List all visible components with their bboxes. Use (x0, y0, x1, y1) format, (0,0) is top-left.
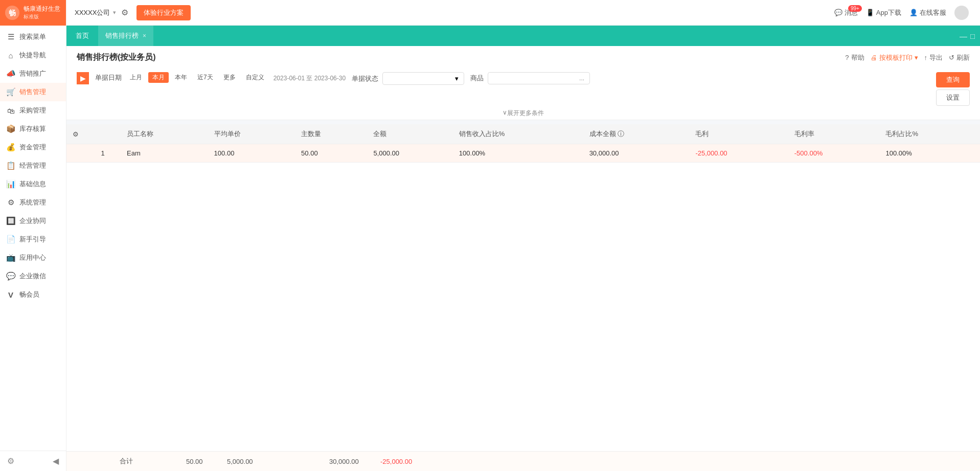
col-gross-margin[interactable]: 毛利率 (788, 124, 880, 144)
col-settings-header[interactable]: ⚙ (66, 124, 85, 144)
footer-cost-total: 30,000.00 (323, 458, 374, 465)
sales-icon: 🛒 (6, 87, 15, 97)
sidebar-item-label: 库存核算 (19, 124, 46, 133)
col-main-qty[interactable]: 主数量 (295, 124, 367, 144)
tab-minimize-icon[interactable]: — (960, 32, 967, 40)
user-profile[interactable] (954, 6, 972, 20)
sidebar-item-sales[interactable]: 🛒 销售管理 (0, 83, 66, 101)
company-selector[interactable]: XXXXX公司 ▾ (75, 8, 116, 17)
app-download-icon: 📱 (866, 9, 874, 16)
sidebar-item-guide[interactable]: 📄 新手引导 (0, 230, 66, 249)
user-avatar (954, 6, 969, 20)
sidebar-item-label: 营销推广 (19, 69, 46, 78)
sidebar-item-label: 资金管理 (19, 143, 46, 152)
marketing-icon: 📣 (6, 69, 15, 78)
goods-more-icon[interactable]: ... (579, 75, 584, 82)
expand-more-row[interactable]: ∨ 展开更多条件 (77, 106, 970, 120)
export-button[interactable]: ↑ 导出 (924, 53, 943, 62)
settings-button[interactable]: 设置 (936, 89, 970, 106)
search-menu-icon: ☰ (6, 32, 15, 41)
tab-maximize-icon[interactable]: □ (970, 32, 975, 40)
page-title: 销售排行榜(按业务员) (77, 52, 156, 63)
col-avg-price[interactable]: 平均单价 (208, 124, 295, 144)
row-sales-pct: 100.00% (453, 144, 583, 163)
company-name: XXXXX公司 (75, 8, 110, 17)
row-rank: 1 (85, 144, 121, 163)
query-button[interactable]: 查询 (936, 72, 970, 87)
inventory-icon: 📦 (6, 124, 15, 133)
col-gross-profit[interactable]: 毛利 (689, 124, 788, 144)
goods-input[interactable]: ... (488, 72, 590, 84)
help-icon: ? (845, 54, 849, 61)
trial-button[interactable]: 体验行业方案 (136, 5, 191, 20)
date-opt-this-month[interactable]: 本月 (148, 72, 169, 83)
date-opt-last-month[interactable]: 上月 (126, 72, 146, 83)
col-cost-total[interactable]: 成本全额 ⓘ (583, 124, 690, 144)
row-settings-cell (66, 144, 85, 163)
sidebar-item-basicinfo[interactable]: 📊 基础信息 (0, 175, 66, 193)
filter-date-group: 单据日期 上月 本月 本年 近7天 更多 自定义 2023-06-01 至 20… (95, 72, 346, 83)
logo-sub: 标准版 (24, 13, 60, 20)
sidebar-item-label: 搜索菜单 (19, 32, 46, 41)
home-icon: ⌂ (6, 51, 15, 60)
tab-sales-ranking[interactable]: 销售排行榜 × (98, 26, 153, 46)
expand-more-label: 展开更多条件 (507, 109, 544, 118)
date-opt-custom[interactable]: 自定义 (242, 72, 268, 83)
sidebar-item-member[interactable]: V 畅会员 (0, 285, 66, 304)
table-footer: 合计 50.00 5,000.00 30,000.00 -25,000.00 (66, 451, 980, 471)
app-download[interactable]: 📱 App下载 (866, 8, 901, 17)
operations-icon: 📋 (6, 161, 15, 170)
sidebar: 畅 畅康通好生意 标准版 ☰ 搜索菜单 ⌂ 快捷导航 📣 营销推广 🛒 销售管理… (0, 0, 66, 471)
filter-expand-button[interactable]: ▶ (77, 72, 89, 84)
sidebar-item-collab[interactable]: 🔲 企业协同 (0, 212, 66, 230)
sidebar-item-label: 企业微信 (19, 272, 46, 281)
goods-filter-label: 商品 (470, 74, 484, 83)
sidebar-item-system[interactable]: ⚙ 系统管理 (0, 193, 66, 212)
col-employee-name[interactable]: 员工名称 (121, 124, 208, 144)
date-filter-label: 单据日期 (95, 73, 122, 82)
message-badge[interactable]: 💬 消息 99+ (834, 8, 858, 17)
sidebar-item-appcenter[interactable]: 📺 应用中心 (0, 249, 66, 267)
online-service[interactable]: 👤 在线客服 (909, 8, 946, 17)
col-gross-pct[interactable]: 毛利占比% (879, 124, 980, 144)
sidebar-item-purchase[interactable]: 🛍 采购管理 (0, 101, 66, 120)
app-download-label: App下载 (876, 8, 901, 17)
sidebar-item-inventory[interactable]: 📦 库存核算 (0, 120, 66, 138)
date-opt-this-year[interactable]: 本年 (171, 72, 191, 83)
date-range-display: 2023-06-01 至 2023-06-30 (274, 74, 346, 83)
tab-home[interactable]: 首页 (66, 26, 98, 46)
system-icon: ⚙ (6, 198, 15, 207)
date-opt-more[interactable]: 更多 (219, 72, 240, 83)
refresh-button[interactable]: ↺ 刷新 (949, 53, 970, 62)
status-filter-label: 单据状态 (352, 74, 378, 83)
logo-icon: 畅 (4, 5, 20, 21)
sidebar-settings-icon[interactable]: ⚙ (7, 456, 14, 466)
sidebar-collapse-icon[interactable]: ◀ (53, 456, 59, 466)
date-opt-7days[interactable]: 近7天 (193, 72, 217, 83)
footer-main-qty: 50.00 (180, 458, 221, 465)
sidebar-item-operations[interactable]: 📋 经营管理 (0, 156, 66, 175)
collab-icon: 🔲 (6, 216, 15, 226)
footer-total: 5,000.00 (221, 458, 272, 465)
expand-down-icon: ∨ (503, 109, 507, 118)
col-sales-pct[interactable]: 销售收入占比% (453, 124, 583, 144)
sidebar-item-wechat[interactable]: 💬 企业微信 (0, 267, 66, 285)
table-section: ⚙ 员工名称 平均单价 主数量 全额 (66, 124, 980, 451)
topbar-settings-icon[interactable]: ⚙ (121, 8, 128, 17)
sidebar-item-finance[interactable]: 💰 资金管理 (0, 138, 66, 156)
sidebar-item-marketing[interactable]: 📣 营销推广 (0, 64, 66, 83)
footer-total-label: 合计 (113, 457, 139, 466)
print-button[interactable]: 🖨 按模板打印 ▾ (871, 53, 918, 62)
page-content: 销售排行榜(按业务员) ? 帮助 🖨 按模板打印 ▾ ↑ 导出 ↺ 刷新 (66, 46, 980, 471)
sidebar-item-quicknav[interactable]: ⌂ 快捷导航 (0, 46, 66, 64)
row-gross-margin: -500.00% (788, 144, 880, 163)
help-button[interactable]: ? 帮助 (845, 53, 864, 62)
footer-gross-profit: -25,000.00 (374, 458, 425, 465)
col-total[interactable]: 全额 (367, 124, 452, 144)
status-select[interactable]: ▾ (382, 72, 464, 85)
tab-close-icon[interactable]: × (143, 32, 146, 39)
filter-bar: ▶ 单据日期 上月 本月 本年 近7天 更多 自定义 2023-06-01 至 … (66, 67, 980, 120)
sidebar-item-label: 新手引导 (19, 235, 46, 244)
date-options: 上月 本月 本年 近7天 更多 自定义 (126, 72, 268, 83)
sidebar-item-search[interactable]: ☰ 搜索菜单 (0, 28, 66, 46)
